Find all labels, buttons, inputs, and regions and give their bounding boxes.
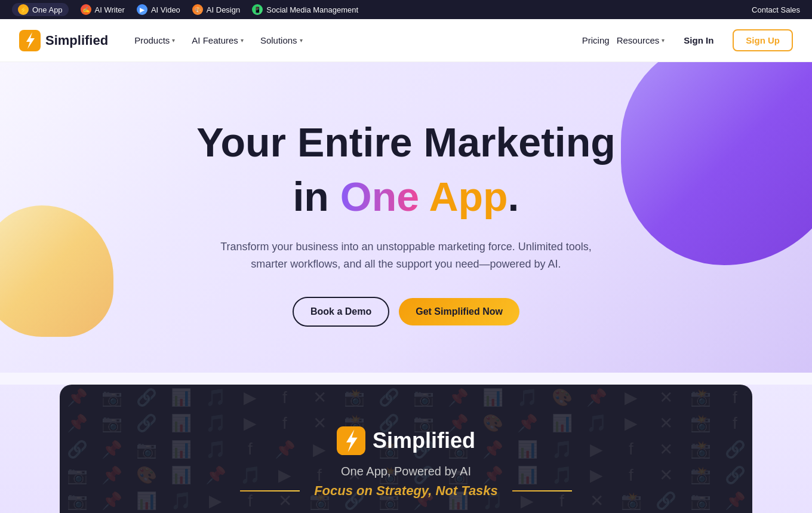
ai-video-icon: ▶ xyxy=(137,4,147,15)
dark-card-focus: Focus on Strategy, Not Tasks xyxy=(240,483,572,499)
topbar-ai-writer-label: AI Writer xyxy=(95,5,125,14)
hero-one-text: One xyxy=(340,174,419,219)
signin-button[interactable]: Sign In xyxy=(672,30,725,50)
topbar-one-app[interactable]: ⚡ One App xyxy=(12,3,69,16)
ai-features-nav-link[interactable]: AI Features ▾ xyxy=(184,30,251,50)
contact-sales-link[interactable]: Contact Sales xyxy=(752,5,800,14)
top-bar: ⚡ One App ✍ AI Writer ▶ AI Video 🎨 AI De… xyxy=(0,0,812,19)
signup-button[interactable]: Sign Up xyxy=(733,29,793,51)
resources-nav-link[interactable]: Resources ▾ xyxy=(617,35,665,45)
hero-buttons: Book a Demo Get Simplified Now xyxy=(196,297,616,327)
get-simplified-label: Get Simplified Now xyxy=(416,306,503,317)
resources-chevron-icon: ▾ xyxy=(662,37,665,44)
hero-container: Your Entire Marketing in One App. Transf… xyxy=(0,62,812,373)
ai-features-chevron-icon: ▾ xyxy=(241,37,244,44)
book-demo-button[interactable]: Book a Demo xyxy=(293,297,389,327)
navbar: Simplified Products ▾ AI Features ▾ Solu… xyxy=(0,19,812,62)
topbar-social-label: Social Media Management xyxy=(266,5,358,14)
products-chevron-icon: ▾ xyxy=(172,37,175,44)
dark-card-tagline: One App, Powered by AI xyxy=(341,465,471,478)
hero-subtitle: Transform your business into an unstoppa… xyxy=(203,238,609,273)
ai-writer-icon: ✍ xyxy=(81,4,91,15)
dark-card-logo-icon xyxy=(337,426,365,455)
hero-dot-text: . xyxy=(508,174,519,219)
top-bar-right: Contact Sales xyxy=(752,5,800,14)
dark-card-section: 📌📷🔗📊🎵▶f✕📸🔗📷📌📊🎵🎨📌▶✕📸f 📌📷🔗📊🎵▶f✕📸🔗📷📌🎨📌📊🎵▶✕📸… xyxy=(60,385,752,513)
nav-links: Products ▾ AI Features ▾ Solutions ▾ xyxy=(127,30,582,50)
get-simplified-button[interactable]: Get Simplified Now xyxy=(399,298,519,325)
nav-right: Pricing Resources ▾ Sign In Sign Up xyxy=(582,29,793,51)
contact-sales-label: Contact Sales xyxy=(752,5,800,14)
topbar-ai-video[interactable]: ▶ AI Video xyxy=(137,4,180,15)
ai-features-label: AI Features xyxy=(192,35,238,45)
hero-content: Your Entire Marketing in One App. Transf… xyxy=(196,120,616,326)
top-bar-nav: ⚡ One App ✍ AI Writer ▶ AI Video 🎨 AI De… xyxy=(12,3,358,16)
topbar-one-app-label: One App xyxy=(32,5,63,14)
solutions-nav-link[interactable]: Solutions ▾ xyxy=(253,30,310,50)
topbar-ai-writer[interactable]: ✍ AI Writer xyxy=(81,4,125,15)
hero-section: Your Entire Marketing in One App. Transf… xyxy=(0,62,812,513)
dark-card-logo-text: Simplified xyxy=(373,428,475,453)
book-demo-label: Book a Demo xyxy=(310,306,371,317)
products-nav-link[interactable]: Products ▾ xyxy=(127,30,182,50)
topbar-social-media[interactable]: 📱 Social Media Management xyxy=(252,4,358,15)
social-media-icon: 📱 xyxy=(252,4,263,15)
pricing-label: Pricing xyxy=(582,35,610,45)
one-app-icon: ⚡ xyxy=(18,4,29,15)
solutions-label: Solutions xyxy=(260,35,297,45)
topbar-ai-design[interactable]: 🎨 AI Design xyxy=(192,4,240,15)
hero-title-line1: Your Entire Marketing xyxy=(196,120,616,165)
logo-link[interactable]: Simplified xyxy=(19,30,108,51)
resources-label: Resources xyxy=(617,35,660,45)
hero-in-text: in xyxy=(293,174,340,219)
pricing-nav-link[interactable]: Pricing xyxy=(582,35,610,45)
products-label: Products xyxy=(134,35,170,45)
dark-card-logo: Simplified xyxy=(337,426,475,455)
simplified-logo-icon xyxy=(19,30,41,51)
hero-app-text: App xyxy=(419,174,508,219)
logo-text: Simplified xyxy=(45,33,108,48)
solutions-chevron-icon: ▾ xyxy=(300,37,303,44)
signup-label: Sign Up xyxy=(746,35,780,45)
hero-title-line2: in One App. xyxy=(196,174,616,219)
ai-design-icon: 🎨 xyxy=(192,4,203,15)
topbar-ai-design-label: AI Design xyxy=(207,5,240,14)
signin-label: Sign In xyxy=(684,35,713,45)
dark-card-focus-text: Focus on Strategy, Not Tasks xyxy=(314,483,498,499)
topbar-ai-video-label: AI Video xyxy=(151,5,180,14)
